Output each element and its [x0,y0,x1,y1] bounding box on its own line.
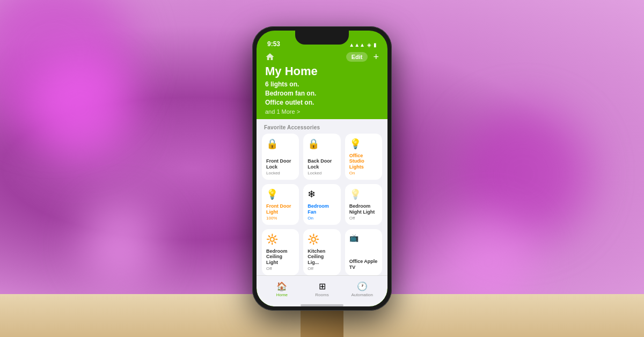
tile-name-0: Front Door Lock [266,158,295,170]
lamp-icon-7: 🔆 [308,233,336,245]
accessories-grid: 🔒 Front Door Lock Locked 🔒 Back Door Loc… [257,134,387,275]
tile-front-door-light[interactable]: 💡 Front Door Light 100% [262,184,299,225]
header-actions: Edit + [346,52,379,62]
tile-bedroom-fan[interactable]: ❄ Bedroom Fan On [303,184,340,225]
signal-icon: ▲▲▲ [349,42,365,48]
bulb-icon-5: 💡 [349,188,378,200]
tab-home-label: Home [276,292,288,297]
tile-status-1: Locked [308,171,336,175]
tile-status-0: Locked [266,171,295,175]
tile-name-8: Office Apple TV [349,259,378,270]
tile-status-6: Off [266,266,295,271]
tile-bedroom-night-light[interactable]: 💡 Bedroom Night Light Off [345,184,382,225]
tab-automation-label: Automation [351,292,372,297]
tv-icon-8: 📺 [349,233,378,242]
more-link[interactable]: and 1 More > [265,108,379,115]
fan-icon-4: ❄ [308,188,336,200]
bulb-icon-2: 💡 [349,138,378,150]
tab-bar: 🏠 Home ⊞ Rooms 🕐 Automation [257,275,387,302]
home-header-icon [265,52,275,62]
tab-automation-icon: 🕐 [357,281,368,291]
tile-name-3: Front Door Light [266,203,295,215]
tile-status-5: Off [349,216,378,221]
status-summary: 6 lights on. Bedroom fan on. Office outl… [265,80,379,107]
tile-office-apple-tv[interactable]: 📺 Office Apple TV [345,229,382,275]
status-icons: ▲▲▲ ◈ ▮ [349,42,377,48]
tab-automation[interactable]: 🕐 Automation [342,281,382,297]
content-area: Favorite Accessories 🔒 Front Door Lock L… [257,119,387,306]
tile-name-7: Kitchen Ceiling Lig... [308,248,336,266]
tab-home-icon: 🏠 [276,281,287,291]
page-title: My Home [265,65,379,78]
edit-button[interactable]: Edit [346,52,368,62]
lock-icon-1: 🔒 [308,138,336,150]
header-area: Edit + My Home 6 lights on. Bedroom fan … [257,50,387,119]
tile-kitchen-ceiling-light[interactable]: 🔆 Kitchen Ceiling Lig... Off [303,229,340,275]
tile-status-7: Off [308,266,336,271]
lamp-icon-6: 🔆 [266,233,295,245]
tile-status-2: On [349,171,378,175]
lock-icon-0: 🔒 [266,138,295,150]
favorites-section-label: Favorite Accessories [257,119,387,134]
phone-screen: 9:53 ▲▲▲ ◈ ▮ Edit + My Home 6 lights on. [257,31,387,306]
tile-name-4: Bedroom Fan [308,203,336,215]
tab-rooms[interactable]: ⊞ Rooms [302,281,342,297]
tab-home[interactable]: 🏠 Home [262,281,302,297]
add-button[interactable]: + [373,52,379,62]
tile-status-3: 100% [266,216,295,221]
status-time: 9:53 [267,40,280,48]
phone-device: 9:53 ▲▲▲ ◈ ▮ Edit + My Home 6 lights on. [252,26,392,311]
tile-name-1: Back Door Lock [308,158,336,170]
header-top-row: Edit + [265,52,379,62]
home-indicator [301,304,343,306]
tab-rooms-icon: ⊞ [319,281,326,291]
tab-rooms-label: Rooms [315,292,328,297]
tile-office-studio-lights[interactable]: 💡 Office Studio Lights On [345,134,382,180]
battery-icon: ▮ [374,42,377,48]
tile-back-door-lock[interactable]: 🔒 Back Door Lock Locked [303,134,340,180]
phone-notch [295,31,349,45]
tile-bedroom-ceiling-light[interactable]: 🔆 Bedroom Ceiling Light Off [262,229,299,275]
tile-status-4: On [308,216,336,221]
tile-name-2: Office Studio Lights [349,153,378,170]
tile-name-6: Bedroom Ceiling Light [266,248,295,266]
wifi-icon: ◈ [367,42,371,48]
tile-front-door-lock[interactable]: 🔒 Front Door Lock Locked [262,134,299,180]
bulb-icon-3: 💡 [266,188,295,200]
tile-name-5: Bedroom Night Light [349,203,378,215]
